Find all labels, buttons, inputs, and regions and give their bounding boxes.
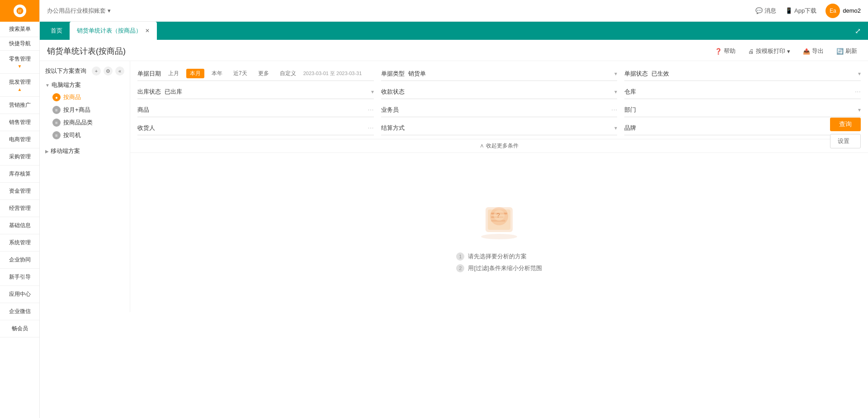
guide-label: 新手引导 (9, 273, 31, 281)
ops-label: 经营管理 (9, 204, 31, 212)
breadcrumb-text: 办公用品行业模拟账套 (47, 7, 106, 15)
export-label: 导出 (812, 47, 824, 55)
page-header: 销货单统计表(按商品) ❓ 帮助 🖨 按模板打印 ▾ 📤 导出 (40, 40, 868, 61)
print-btn[interactable]: 🖨 按模板打印 ▾ (745, 45, 794, 57)
sidebar: 好 搜索菜单 快捷导航 零售管理 ▼ 批发管理 ▲ 营销推广 销售管理 电商管理… (0, 0, 40, 418)
mobile-arrow-icon: ▶ (45, 149, 49, 154)
quick-nav[interactable]: 快捷导航 (0, 37, 39, 51)
panel-mobile-header[interactable]: ▶ 移动端方案 (40, 145, 130, 157)
add-scheme-btn[interactable]: + (92, 66, 101, 76)
filter-warehouse: 仓库 ··· (624, 85, 861, 99)
basic-label: 基础信息 (9, 222, 31, 229)
svg-text:?: ? (496, 212, 500, 219)
wholesale-arrow: ▲ (18, 87, 22, 92)
collapse-btn[interactable]: ∧ 收起更多条件 (137, 139, 861, 152)
app-download-label: App下载 (794, 7, 816, 15)
app-download-btn[interactable]: 📱 App下载 (785, 7, 816, 15)
search-menu[interactable]: 搜索菜单 (0, 22, 39, 37)
pc-arrow-icon: ▼ (45, 83, 50, 88)
date-range-text: 2023-03-01 至 2023-03-31 (303, 70, 362, 77)
sidebar-item-finance[interactable]: 资金管理 (0, 183, 39, 200)
tab-report[interactable]: 销货单统计表（按商品） ✕ (70, 22, 157, 40)
filter-goods: 商品 ··· (137, 103, 374, 117)
doc-type-value[interactable]: 销货单 ▾ (408, 70, 618, 78)
sidebar-item-apps[interactable]: 应用中心 (0, 286, 39, 303)
month-goods-label: 按月+商品 (63, 106, 90, 114)
date-this-month[interactable]: 本月 (186, 69, 204, 78)
print-chevron: ▾ (787, 48, 790, 55)
header-right: 💬 消息 📱 App下载 Ea demo2 (755, 4, 861, 18)
filter-row-4: 收货人 ··· 结算方式 ▾ (137, 121, 861, 135)
date-7days[interactable]: 近7天 (230, 69, 251, 78)
out-status-chevron: ▾ (371, 89, 374, 95)
sidebar-item-ops[interactable]: 经营管理 (0, 200, 39, 217)
category-label: 按商品品类 (63, 119, 93, 127)
tab-expand-btn[interactable]: ⤢ (851, 27, 864, 35)
edit-scheme-btn[interactable]: ⚙ (104, 66, 113, 76)
retail-label: 零售管理 (9, 55, 31, 63)
goods-dots: ··· (368, 106, 373, 114)
refresh-icon: 🔄 (836, 48, 844, 55)
date-this-year[interactable]: 本年 (208, 69, 226, 78)
sidebar-item-member[interactable]: 畅会员 (0, 320, 39, 337)
page-actions: ❓ 帮助 🖨 按模板打印 ▾ 📤 导出 🔄 刷新 (711, 45, 861, 57)
tab-close-icon[interactable]: ✕ (145, 28, 150, 34)
receipt-status-label: 收款状态 (381, 88, 408, 96)
panel-item-by-goods[interactable]: ● 按商品 (40, 91, 130, 104)
settings-btn[interactable]: 设置 (830, 134, 861, 148)
left-panel-actions: + ⚙ « (92, 66, 124, 76)
filter-row-3: 商品 ··· 业务员 ··· (137, 103, 861, 117)
sidebar-item-corp[interactable]: 企业协同 (0, 252, 39, 269)
out-status-value[interactable]: 已出库 ▾ (165, 88, 374, 96)
collapse-panel-btn[interactable]: « (115, 66, 124, 76)
panel-item-by-driver[interactable]: ≡ 按司机 (40, 129, 130, 142)
export-icon: 📤 (803, 48, 810, 55)
goods-filter-label: 商品 (137, 106, 165, 114)
stock-label: 库存核算 (9, 170, 31, 178)
panel-item-by-month-goods[interactable]: ≡ 按月+商品 (40, 104, 130, 116)
sidebar-item-basic[interactable]: 基础信息 (0, 217, 39, 234)
sidebar-item-sys[interactable]: 系统管理 (0, 234, 39, 252)
message-btn[interactable]: 💬 消息 (755, 7, 776, 15)
sidebar-item-wholesale[interactable]: 批发管理 ▲ (0, 74, 39, 97)
svg-point-2 (481, 234, 517, 239)
filter-row-1: 单据日期 上月 本月 本年 近7天 更多 自定义 (137, 66, 861, 81)
sidebar-item-guide[interactable]: 新手引导 (0, 269, 39, 286)
main-area: 办公用品行业模拟账套 ▾ 💬 消息 📱 App下载 Ea demo2 首页 销货… (40, 0, 868, 418)
help-btn[interactable]: ❓ 帮助 (711, 45, 739, 57)
refresh-btn[interactable]: 🔄 刷新 (833, 45, 861, 57)
empty-tip-2: 2 用[过滤]条件来缩小分析范围 (456, 264, 542, 272)
sidebar-item-stock[interactable]: 库存核算 (0, 166, 39, 183)
tab-home[interactable]: 首页 (43, 22, 70, 40)
apps-label: 应用中心 (9, 290, 31, 298)
export-btn[interactable]: 📤 导出 (799, 45, 827, 57)
panel-item-by-category[interactable]: ≡ 按商品品类 (40, 116, 130, 129)
dept-chevron: ▾ (858, 107, 861, 113)
sidebar-item-wechat[interactable]: 企业微信 (0, 303, 39, 320)
print-icon: 🖨 (748, 48, 754, 55)
sidebar-item-marketing[interactable]: 营销推广 (0, 97, 39, 114)
sidebar-item-ecom[interactable]: 电商管理 (0, 131, 39, 148)
filter-staff: 业务员 ··· (381, 103, 618, 117)
doc-type-chevron: ▾ (614, 71, 617, 77)
sidebar-item-purchase[interactable]: 采购管理 (0, 148, 39, 166)
filter-receiver: 收货人 ··· (137, 121, 374, 135)
month-goods-icon: ≡ (52, 106, 61, 114)
page-title: 销货单统计表(按商品) (47, 46, 126, 57)
date-filter-value[interactable]: 上月 本月 本年 近7天 更多 自定义 2023-03-01 至 2023-03… (165, 69, 374, 78)
left-panel: 按以下方案查询 + ⚙ « ▼ 电脑端方案 (40, 61, 130, 312)
print-label: 按模板打印 (756, 47, 785, 55)
sidebar-item-sales[interactable]: 销售管理 (0, 114, 39, 131)
download-icon: 📱 (785, 7, 793, 14)
panel-pc-header[interactable]: ▼ 电脑端方案 (40, 79, 130, 91)
query-btn[interactable]: 查询 (830, 118, 861, 131)
sidebar-item-retail[interactable]: 零售管理 ▼ (0, 51, 39, 74)
date-custom[interactable]: 自定义 (276, 69, 300, 78)
date-more[interactable]: 更多 (255, 69, 273, 78)
filter-doc-type: 单据类型 销货单 ▾ (381, 66, 618, 81)
date-last-month[interactable]: 上月 (165, 69, 183, 78)
breadcrumb-chevron[interactable]: ▾ (108, 7, 111, 14)
filter-date: 单据日期 上月 本月 本年 近7天 更多 自定义 (137, 66, 374, 81)
driver-label: 按司机 (63, 131, 81, 139)
doc-status-value[interactable]: 已生效 ▾ (651, 70, 861, 78)
